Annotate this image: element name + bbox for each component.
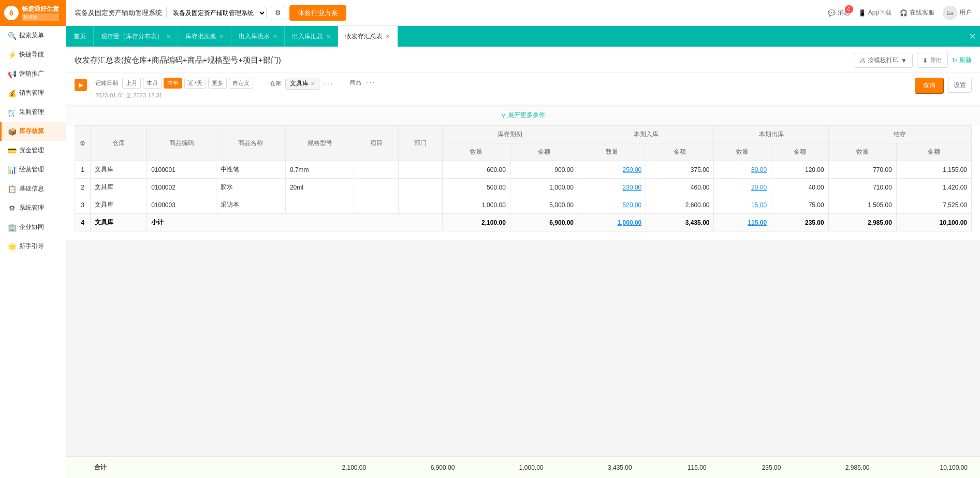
subtotal-in-qty[interactable]: 1,000.00	[578, 214, 646, 231]
tab-close-inout_flow[interactable]: ✕	[273, 34, 277, 39]
sidebar-item-finance[interactable]: 💳资金管理	[0, 141, 66, 160]
date-btn-本月[interactable]: 本月	[143, 78, 162, 89]
total-opening-amt: 6,900.00	[370, 461, 459, 474]
col-opening-header: 库存期初	[442, 126, 578, 143]
row-closing-qty-1: 770.00	[828, 161, 896, 179]
tab-close-recv_send[interactable]: ✕	[386, 34, 390, 39]
tab-label-stock_dist: 现存量（库存分布表）	[101, 32, 163, 41]
sidebar-label-guide: 新手引导	[19, 242, 44, 251]
sidebar-item-operation[interactable]: 📊经营管理	[0, 160, 66, 179]
sidebar-item-basic[interactable]: 📋基础信息	[0, 179, 66, 198]
tab-close-batch[interactable]: ✕	[220, 34, 224, 39]
print-button[interactable]: 🖨 按模板打印 ▼	[854, 53, 913, 68]
online-service-button[interactable]: 🎧 在线客服	[900, 8, 934, 17]
subtotal-out-qty[interactable]: 115.00	[714, 214, 771, 231]
tab-recv_send[interactable]: 收发存汇总表✕	[338, 26, 398, 47]
message-button[interactable]: 💬 消息 6	[828, 8, 850, 17]
tab-inout_flow[interactable]: 出入库流水✕	[231, 26, 285, 47]
row-in-qty-1[interactable]: 250.00	[578, 161, 646, 179]
sidebar-icon-purchase: 🛒	[8, 108, 16, 117]
row-in-qty-2[interactable]: 230.00	[578, 179, 646, 196]
logo-icon: 6	[4, 6, 19, 20]
sidebar-item-quick[interactable]: ⚡快捷导航	[0, 45, 66, 64]
total-label: 合计	[90, 461, 121, 474]
col-opening-amt-header: 金额	[510, 143, 578, 161]
goods-more-button[interactable]: ···	[365, 78, 375, 87]
sidebar-item-purchase[interactable]: 🛒采购管理	[0, 103, 66, 122]
print-dropdown-icon: ▼	[901, 57, 907, 64]
sidebar-icon-enterprise: 🏢	[8, 223, 16, 231]
sidebar-label-sales: 销售管理	[19, 89, 44, 97]
sidebar-item-guide[interactable]: 🌟新手引导	[0, 237, 66, 256]
table-group-header-row: ⚙ 仓库 商品编码 商品名称 规格型号 项目 部门 库存期初 本期入库 本期出库…	[75, 126, 972, 143]
date-btn-自定义[interactable]: 自定义	[229, 78, 253, 89]
row-code-1: 0100001	[147, 161, 216, 179]
phone-icon: 📱	[858, 9, 866, 17]
col-in-amt-header: 金额	[646, 143, 714, 161]
date-range-display: 2023-01-01 至 2023-12-31	[95, 92, 253, 99]
tab-close-stock_dist[interactable]: ✕	[166, 34, 170, 39]
page-title: 收发存汇总表(按仓库+商品编码+商品+规格型号+项目+部门)	[75, 55, 281, 65]
tab-container: 首页现存量（库存分布表）✕库存批次账✕出入库流水✕出入库汇总✕收发存汇总表✕	[66, 26, 965, 47]
sidebar-item-inventory[interactable]: 📦库存核算	[0, 122, 66, 141]
table-row: 1 文具库 0100001 中性笔 0.7mm 600.00 900.00 25…	[75, 161, 972, 179]
row-out-qty-3[interactable]: 15.00	[714, 196, 771, 214]
row-out-qty-2[interactable]: 20.00	[714, 179, 771, 196]
sidebar-label-inventory: 库存核算	[19, 127, 44, 136]
tab-bar: 首页现存量（库存分布表）✕库存批次账✕出入库流水✕出入库汇总✕收发存汇总表✕ ✕	[66, 26, 980, 47]
tab-bar-close-button[interactable]: ✕	[965, 32, 980, 41]
warehouse-filter-tag[interactable]: 文具库 ✕	[285, 78, 319, 90]
tab-inout_summary[interactable]: 出入库汇总✕	[285, 26, 338, 47]
date-btn-本年[interactable]: 本年	[164, 78, 182, 89]
settings-gear-button[interactable]: ⚙	[271, 6, 285, 20]
date-btn-更多[interactable]: 更多	[208, 78, 227, 89]
row-in-qty-3[interactable]: 520.00	[578, 196, 646, 214]
row-opening-qty-2: 500.00	[442, 179, 510, 196]
tab-label-inout_flow: 出入库流水	[239, 32, 270, 41]
experience-button[interactable]: 体验行业方案	[289, 5, 346, 21]
row-in-amt-3: 2,600.00	[646, 196, 714, 214]
row-dept-1	[399, 161, 442, 179]
row-warehouse-2: 文具库	[91, 179, 147, 196]
row-settings-2[interactable]: 2	[75, 179, 91, 196]
sidebar-item-marketing[interactable]: 📢营销推广	[0, 64, 66, 83]
sidebar-item-system[interactable]: ⚙系统管理	[0, 198, 66, 218]
warehouse-tag-close[interactable]: ✕	[311, 81, 315, 86]
row-dept-3	[399, 196, 442, 214]
date-btn-近7天[interactable]: 近7天	[184, 78, 206, 89]
row-out-qty-1[interactable]: 80.00	[714, 161, 771, 179]
sidebar-item-search[interactable]: 🔍搜索菜单	[0, 26, 66, 45]
tab-close-inout_summary[interactable]: ✕	[326, 34, 330, 39]
expand-more-button[interactable]: ∨ 展开更多条件	[501, 109, 545, 122]
tab-stock_dist[interactable]: 现存量（库存分布表）✕	[94, 26, 178, 47]
refresh-button[interactable]: ↻ 刷新	[952, 56, 972, 65]
row-project-1	[355, 161, 398, 179]
tab-home[interactable]: 首页	[66, 26, 94, 47]
system-select[interactable]: 装备及固定资产辅助管理系统	[166, 7, 267, 19]
date-btn-上月[interactable]: 上月	[122, 78, 141, 89]
export-button[interactable]: ⬇ 导出	[917, 53, 948, 68]
sidebar-label-finance: 资金管理	[19, 146, 44, 155]
sidebar-item-enterprise[interactable]: 🏢企业协同	[0, 218, 66, 237]
subtotal-closing-qty: 2,985.00	[828, 214, 896, 231]
table-settings-button[interactable]: 设置	[948, 78, 972, 93]
subtotal-opening-qty: 2,100.00	[442, 214, 510, 231]
tab-batch[interactable]: 库存批次账✕	[178, 26, 231, 47]
sidebar-label-basic: 基础信息	[19, 184, 44, 193]
sidebar-item-sales[interactable]: 💰销售管理	[0, 83, 66, 103]
row-settings-1[interactable]: 1	[75, 161, 91, 179]
user-menu-button[interactable]: Ea 用户	[943, 6, 972, 20]
filter-toggle-button[interactable]: ▶	[75, 79, 87, 91]
logo-text: 畅捷通好生意 标准版	[22, 5, 59, 21]
warehouse-more-button[interactable]: ···	[324, 79, 333, 89]
date-filter-buttons: 上月本月本年近7天更多自定义	[122, 78, 253, 89]
sidebar-label-enterprise: 企业协同	[19, 223, 44, 231]
total-out-amt: 235.00	[711, 461, 785, 474]
sidebar-icon-quick: ⚡	[8, 51, 16, 59]
goods-filter-label: 商品	[350, 79, 361, 86]
app-download-button[interactable]: 📱 App下载	[858, 8, 891, 17]
row-settings-3[interactable]: 3	[75, 196, 91, 214]
sidebar-label-quick: 快捷导航	[19, 50, 44, 59]
col-dept-header: 部门	[399, 126, 442, 161]
query-button[interactable]: 查询	[915, 78, 944, 94]
